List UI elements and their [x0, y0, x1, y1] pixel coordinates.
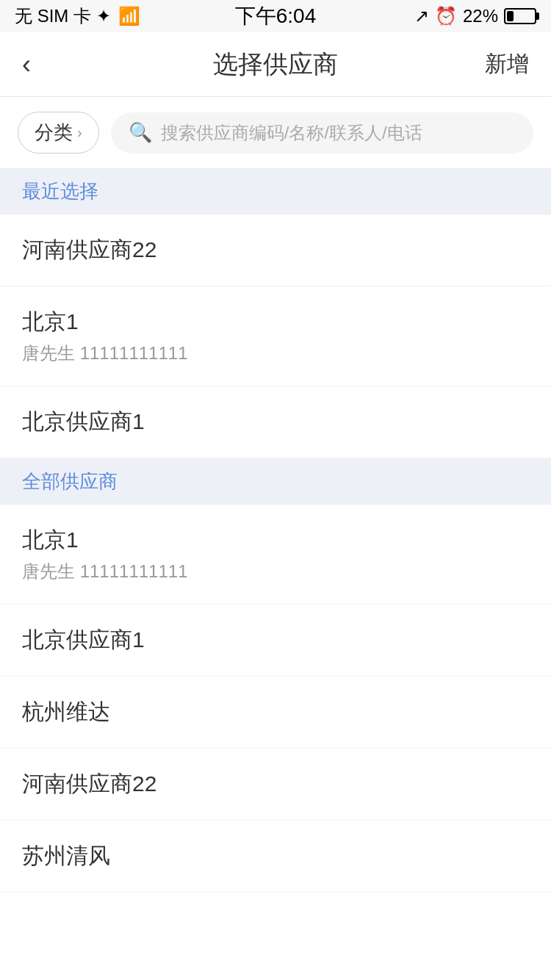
supplier-name: 杭州维达 — [22, 697, 529, 727]
list-item[interactable]: 北京1唐先生 11111111111 — [0, 287, 551, 386]
list-item[interactable]: 杭州维达 — [0, 677, 551, 749]
recent-list: 河南供应商22北京1唐先生 11111111111北京供应商1 — [0, 215, 551, 458]
recent-section-label: 最近选择 — [22, 180, 98, 202]
supplier-sub: 唐先生 11111111111 — [22, 560, 529, 583]
supplier-name: 河南供应商22 — [22, 769, 529, 799]
category-label: 分类 — [35, 120, 73, 145]
supplier-name: 北京1 — [22, 525, 529, 555]
supplier-name: 北京1 — [22, 307, 529, 337]
wifi-icon: 📶 — [118, 6, 140, 26]
list-item[interactable]: 北京供应商1 — [0, 605, 551, 677]
battery-icon — [504, 8, 536, 24]
add-button[interactable]: 新增 — [485, 49, 529, 79]
category-button[interactable]: 分类 › — [18, 112, 99, 154]
search-placeholder: 搜索供应商编码/名称/联系人/电话 — [161, 121, 422, 145]
list-item[interactable]: 河南供应商22 — [0, 749, 551, 821]
status-bar: 无 SIM 卡 ✦ 📶 下午6:04 ↗ ⏰ 22% — [0, 0, 551, 32]
all-section-label: 全部供应商 — [22, 470, 118, 492]
supplier-name: 河南供应商22 — [22, 235, 529, 265]
status-left: 无 SIM 卡 ✦ 📶 — [15, 4, 140, 28]
all-section-header: 全部供应商 — [0, 458, 551, 505]
battery-percent: 22% — [463, 6, 498, 26]
location-icon: ↗ — [414, 6, 429, 26]
all-suppliers-list: 北京1唐先生 11111111111北京供应商1杭州维达河南供应商22苏州清风 — [0, 505, 551, 893]
recent-section-header: 最近选择 — [0, 168, 551, 215]
list-item[interactable]: 苏州清风 — [0, 821, 551, 893]
supplier-sub: 唐先生 11111111111 — [22, 342, 529, 365]
list-item[interactable]: 北京1唐先生 11111111111 — [0, 505, 551, 605]
supplier-name: 苏州清风 — [22, 841, 529, 871]
nav-bar: ‹ 选择供应商 新增 — [0, 32, 551, 97]
status-time: 下午6:04 — [235, 2, 317, 30]
list-item[interactable]: 北京供应商1 — [0, 386, 551, 458]
list-item[interactable]: 河南供应商22 — [0, 215, 551, 287]
search-icon: 🔍 — [129, 121, 152, 144]
supplier-name: 北京供应商1 — [22, 625, 529, 655]
alarm-icon: ⏰ — [435, 6, 457, 26]
chevron-right-icon: › — [77, 124, 82, 141]
page-title: 选择供应商 — [213, 48, 338, 82]
search-box[interactable]: 🔍 搜索供应商编码/名称/联系人/电话 — [111, 112, 533, 154]
filter-bar: 分类 › 🔍 搜索供应商编码/名称/联系人/电话 — [0, 97, 551, 168]
status-right: ↗ ⏰ 22% — [414, 6, 536, 26]
supplier-name: 北京供应商1 — [22, 407, 529, 437]
no-sim-label: 无 SIM 卡 ✦ — [15, 4, 111, 28]
back-button[interactable]: ‹ — [22, 49, 66, 80]
